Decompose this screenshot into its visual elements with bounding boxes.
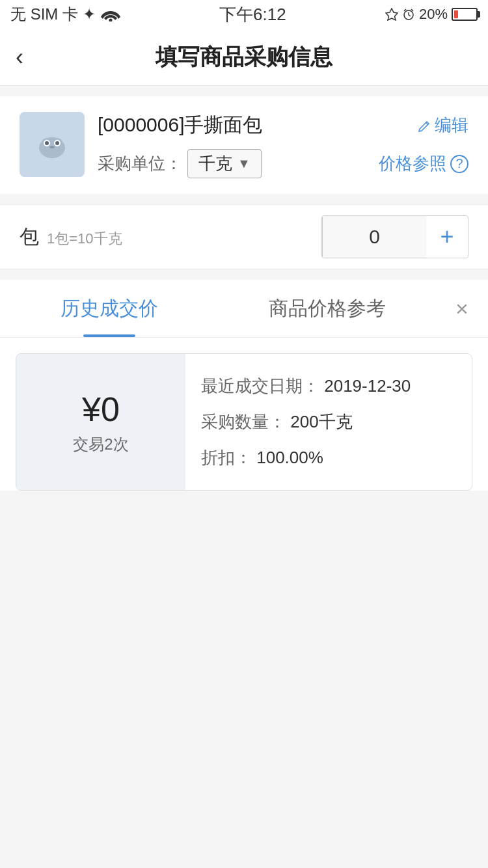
status-left: 无 SIM 卡 ✦	[10, 4, 120, 25]
quantity-section: 包 1包=10千克 +	[0, 204, 488, 269]
status-bar: 无 SIM 卡 ✦ 下午6:12 20%	[0, 0, 488, 29]
quantity-row: 采购数量： 200千克	[201, 409, 456, 435]
svg-point-11	[45, 141, 49, 145]
svg-point-0	[109, 19, 112, 22]
edit-icon	[418, 118, 432, 133]
signal-text: 无 SIM 卡 ✦	[10, 4, 96, 25]
price-amount: ¥0	[82, 390, 120, 429]
quantity-input[interactable]	[322, 216, 426, 258]
product-info: [0000006]手撕面包 编辑 采购单位： 千克 ▼ 价格参照 ?	[98, 112, 468, 178]
battery-icon	[452, 8, 478, 21]
close-button[interactable]: ×	[436, 280, 488, 337]
alarm-icon	[402, 8, 415, 21]
recent-date-row: 最近成交日期： 2019-12-30	[201, 373, 456, 399]
location-icon	[385, 8, 398, 21]
status-time: 下午6:12	[219, 3, 286, 26]
price-left-panel: ¥0 交易2次	[16, 354, 185, 490]
product-logo	[33, 125, 72, 164]
help-icon: ?	[450, 155, 468, 173]
price-reference-button[interactable]: 价格参照 ?	[379, 152, 468, 175]
page-title: 填写商品采购信息	[156, 42, 332, 72]
svg-point-13	[49, 146, 55, 148]
back-button[interactable]: ‹	[16, 44, 23, 71]
quantity-plus-button[interactable]: +	[426, 216, 468, 258]
dropdown-arrow-icon: ▼	[237, 156, 251, 171]
quantity-label: 包 1包=10千克	[20, 224, 122, 251]
unit-label: 采购单位：	[98, 152, 182, 175]
quantity-control: +	[321, 215, 468, 258]
tabs-header: 历史成交价 商品价格参考 ×	[0, 280, 488, 338]
status-right: 20%	[385, 6, 478, 23]
wifi-icon	[101, 7, 120, 21]
tab-product-price-reference[interactable]: 商品价格参考	[218, 280, 436, 337]
unit-select[interactable]: 千克 ▼	[187, 149, 262, 178]
discount-row: 折扣： 100.00%	[201, 445, 456, 470]
svg-line-5	[411, 9, 413, 11]
svg-point-12	[55, 141, 59, 145]
product-name: [0000006]手撕面包	[98, 112, 262, 139]
price-card: ¥0 交易2次 最近成交日期： 2019-12-30 采购数量： 200千克 折…	[16, 353, 472, 491]
tabs-container: 历史成交价 商品价格参考 × ¥0 交易2次 最近成交日期： 2019-12-3…	[0, 280, 488, 491]
nav-bar: ‹ 填写商品采购信息	[0, 29, 488, 86]
product-card: [0000006]手撕面包 编辑 采购单位： 千克 ▼ 价格参照 ?	[0, 96, 488, 194]
price-right-panel: 最近成交日期： 2019-12-30 采购数量： 200千克 折扣： 100.0…	[185, 354, 472, 490]
battery-percent: 20%	[419, 6, 448, 23]
tab-history-price[interactable]: 历史成交价	[0, 280, 218, 337]
edit-button[interactable]: 编辑	[418, 114, 468, 137]
product-image	[20, 112, 85, 177]
price-transactions: 交易2次	[73, 434, 128, 455]
svg-line-3	[409, 15, 411, 16]
svg-line-4	[404, 9, 406, 11]
